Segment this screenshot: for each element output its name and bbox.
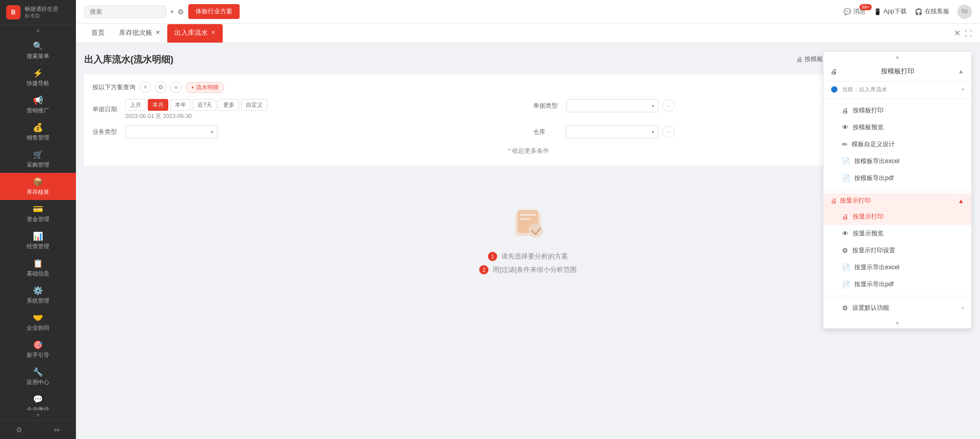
dropdown-default-section: ⚙ 设置默认功能 ▾ (824, 297, 971, 318)
date-btn-this-year[interactable]: 本年 (170, 99, 191, 111)
dropdown-item-display-excel[interactable]: 📄 按显示导出excel (824, 259, 971, 276)
date-range: 2023-06-01 至 2023-06-30 (125, 112, 267, 120)
solution-button[interactable]: 体验行业方案 (188, 4, 240, 19)
avatar[interactable]: Rit (957, 5, 972, 19)
topbar: ▾ ⚙ 体验行业方案 💬 消息 99+ 📱 App下载 🎧 在线客服 Rit (76, 0, 980, 24)
dropdown-scroll-up[interactable]: ▲ (824, 52, 971, 62)
display-print-icon: 🖨 (842, 213, 849, 221)
topbar-search-chevron-icon[interactable]: ▾ (170, 8, 173, 15)
filter-collapse-button[interactable]: « (170, 82, 182, 93)
dropdown-header: 🖨 按模板打印 ▲ (824, 62, 971, 82)
app-download-button[interactable]: 📱 App下载 (874, 7, 907, 16)
sidebar-collapse-btn[interactable]: ⇔ (54, 426, 60, 434)
template-excel-icon: 📄 (842, 157, 850, 165)
type-more-button[interactable]: ··· (662, 99, 675, 112)
dropdown-item-template-preview[interactable]: 👁 按模板预览 (824, 119, 971, 136)
sidebar-item-marketing[interactable]: 📢 营销推广 (0, 91, 76, 118)
sidebar-item-search[interactable]: 🔍 搜索菜单 (0, 37, 76, 64)
sidebar-item-operations[interactable]: 📊 经营管理 (0, 227, 76, 254)
date-btn-this-month[interactable]: 本月 (148, 99, 168, 111)
display-pdf-icon: 📄 (842, 281, 850, 288)
sidebar-item-finance[interactable]: 💳 资金管理 (0, 200, 76, 227)
inventory-icon: 📦 (33, 177, 43, 187)
current-label-icon: 🔵 (831, 86, 838, 93)
type-label: 单据类型 (533, 102, 562, 110)
date-btn-7days[interactable]: 近7天 (193, 99, 217, 111)
dropdown-display-section: 🖨 按显示打印 ▲ 🖨 按显示打印 👁 按显示预览 ⚙ 按显示打印设置 (824, 191, 971, 295)
svg-point-4 (528, 224, 543, 238)
dropdown-header-chevron-icon[interactable]: ▲ (958, 68, 964, 75)
app-download-icon: 📱 (874, 8, 881, 15)
sidebar-item-sales[interactable]: 💰 销售管理 (0, 118, 76, 146)
warehouse-more-button[interactable]: ··· (662, 126, 675, 138)
dropdown-item-template-excel[interactable]: 📄 按模板导出excel (824, 153, 971, 170)
page-title: 出入库流水(流水明细) (84, 53, 173, 66)
sidebar-scroll-down[interactable]: ▼ (0, 410, 76, 420)
expand-tab-icon[interactable]: ⛶ (965, 29, 972, 37)
empty-step-2: 2 用[过滤]条件来缩小分析范围 (479, 265, 576, 274)
tab-batch-close-icon[interactable]: ✕ (155, 29, 160, 36)
topbar-gear-icon[interactable]: ⚙ (178, 8, 184, 16)
finance-icon: 💳 (33, 204, 43, 214)
tab-batch[interactable]: 库存批次账 ✕ (112, 24, 167, 43)
sidebar-settings-btn[interactable]: ⚙ (16, 426, 23, 434)
biz-type-select[interactable] (125, 125, 218, 138)
sidebar-item-system[interactable]: ⚙️ 系统管理 (0, 282, 76, 309)
dropdown-item-template-pdf[interactable]: 📄 按模板导出pdf (824, 170, 971, 187)
biz-type-label: 业务类型 (92, 128, 121, 136)
dropdown-item-display-print[interactable]: 🖨 按显示打印 (824, 208, 971, 225)
tabs-bar: 首页 库存批次账 ✕ 出入库流水 ✕ ✕ ⛶ (76, 24, 980, 43)
search-icon: 🔍 (33, 41, 43, 51)
filter-settings-button[interactable]: ⚙ (155, 82, 166, 93)
template-pdf-icon: 📄 (842, 174, 850, 182)
warehouse-select[interactable] (566, 125, 658, 138)
online-service-button[interactable]: 🎧 在线客服 (915, 7, 949, 16)
message-button[interactable]: 💬 消息 99+ (844, 7, 866, 16)
sidebar: B 畅捷通好生意 标准版 ▲ 🔍 搜索菜单 ⚡ 快捷导航 📢 营销推广 💰 销售… (0, 0, 76, 439)
dropdown-item-set-default[interactable]: ⚙ 设置默认功能 ▾ (824, 300, 971, 316)
active-filter-tag[interactable]: 流水明细 (186, 82, 224, 93)
dropdown-item-display-preview[interactable]: 👁 按显示预览 (824, 225, 971, 242)
dropdown-current-item[interactable]: 🔵 当前：出入库流水 ▾ (824, 82, 971, 97)
tab-flow-close-icon[interactable]: ✕ (211, 29, 215, 36)
sidebar-item-guide[interactable]: 🎯 新手引导 (0, 336, 76, 363)
operations-icon: 📊 (33, 231, 43, 241)
message-icon: 💬 (844, 8, 851, 15)
topbar-search-input[interactable] (84, 6, 166, 18)
logo-text: 畅捷通好生意 (25, 5, 58, 12)
empty-state-icon (507, 203, 548, 244)
date-btn-custom[interactable]: 自定义 (241, 99, 267, 111)
type-select[interactable] (566, 99, 658, 112)
date-label: 单据日期 (92, 105, 121, 114)
date-btn-more[interactable]: 更多 (219, 99, 239, 111)
print-dropdown-panel: ▲ 🖨 按模板打印 ▲ 🔵 当前：出入库流水 ▾ 🖨 按模板打印 (823, 51, 972, 329)
system-icon: ⚙️ (33, 286, 43, 295)
dropdown-item-display-pdf[interactable]: 📄 按显示导出pdf (824, 276, 971, 293)
display-settings-icon: ⚙ (842, 247, 848, 254)
close-all-tabs-icon[interactable]: ✕ (954, 28, 961, 38)
dropdown-item-template-print[interactable]: 🖨 按模板打印 (824, 102, 971, 119)
type-select-wrapper (566, 99, 658, 112)
sidebar-item-wechat[interactable]: 💬 企业微信 (0, 390, 76, 410)
set-default-chevron-icon: ▾ (962, 305, 964, 311)
sidebar-item-basics[interactable]: 📋 基础信息 (0, 254, 76, 282)
dropdown-item-template-custom[interactable]: ✏ 模板自定义设计 (824, 136, 971, 153)
sidebar-item-quicknav[interactable]: ⚡ 快捷导航 (0, 64, 76, 91)
display-preview-icon: 👁 (842, 230, 849, 237)
tab-home[interactable]: 首页 (84, 24, 112, 43)
tab-flow[interactable]: 出入库流水 ✕ (167, 24, 223, 43)
sidebar-scroll-up[interactable]: ▲ (0, 25, 76, 35)
empty-step-1: 1 请先选择要分析的方案 (488, 252, 568, 261)
sidebar-item-apps[interactable]: 🔧 应用中心 (0, 363, 76, 390)
collab-icon: 🤝 (33, 313, 43, 323)
sidebar-item-purchase[interactable]: 🛒 采购管理 (0, 146, 76, 173)
date-btn-last-month[interactable]: 上月 (125, 99, 146, 111)
dropdown-display-header[interactable]: 🖨 按显示打印 ▲ (824, 193, 971, 208)
filter-add-button[interactable]: + (140, 82, 151, 93)
sidebar-item-collab[interactable]: 🤝 企业协同 (0, 309, 76, 336)
current-label: 当前：出入库流水 (842, 86, 887, 93)
sidebar-item-inventory[interactable]: 📦 库存核算 (0, 173, 76, 200)
sidebar-nav: 🔍 搜索菜单 ⚡ 快捷导航 📢 营销推广 💰 销售管理 🛒 采购管理 📦 库存核… (0, 35, 76, 410)
dropdown-scroll-down[interactable]: ▼ (824, 318, 971, 328)
dropdown-item-display-settings[interactable]: ⚙ 按显示打印设置 (824, 242, 971, 259)
